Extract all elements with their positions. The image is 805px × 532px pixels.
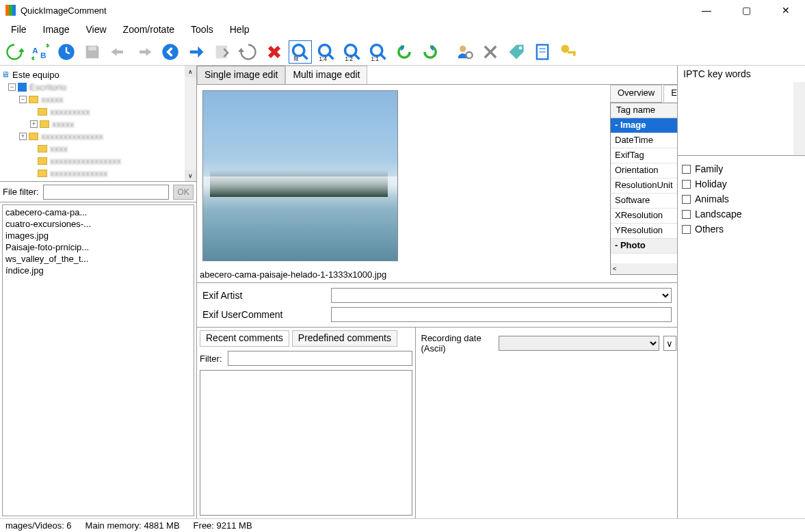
maximize-button[interactable]: ▢ [733, 5, 760, 16]
menu-tools[interactable]: Tools [183, 21, 222, 38]
table-row[interactable]: - Photo [611, 239, 678, 254]
user-settings-icon[interactable] [453, 40, 476, 64]
tab-single-edit[interactable]: Single image edit [197, 66, 285, 84]
metadata-table: Tag nameValue - ImageDateTime2019-04-09T… [610, 103, 678, 275]
document-icon[interactable] [531, 40, 554, 64]
recording-date-more-button[interactable]: ∨ [663, 336, 676, 351]
tree-root[interactable]: Este equipo [12, 70, 60, 80]
comments-textarea[interactable] [200, 370, 412, 516]
undo-icon[interactable] [107, 40, 130, 64]
tools-icon[interactable] [479, 40, 502, 64]
table-row[interactable]: - Image [611, 118, 678, 133]
table-row[interactable]: DateTime2019-04-09T16:01:54+02:00 [611, 133, 678, 148]
svg-line-16 [381, 54, 386, 59]
svg-point-20 [519, 46, 523, 49]
menu-view[interactable]: View [77, 21, 114, 38]
menu-zoom-rotate[interactable]: Zoom/rotate [115, 21, 183, 38]
iptc-keywords-title: IPTC key words [678, 66, 805, 82]
list-item[interactable]: ws_valley_of_the_t... [4, 253, 192, 265]
delete-icon[interactable] [263, 40, 286, 64]
comment-filter-input[interactable] [228, 351, 412, 366]
table-row[interactable]: SoftwareAdobe Photoshop CC 2019 (Windo [611, 194, 678, 209]
file-filter-ok[interactable]: OK [173, 185, 194, 200]
zoom-fit-icon[interactable]: fit [289, 40, 312, 64]
menu-help[interactable]: Help [222, 21, 258, 38]
checkbox-others[interactable] [682, 225, 691, 234]
app-icon [5, 5, 16, 16]
rotate-right-icon[interactable] [419, 40, 442, 64]
svg-line-7 [303, 54, 308, 59]
svg-rect-5 [216, 45, 227, 58]
recording-date-select[interactable] [499, 336, 659, 351]
refresh-icon[interactable] [3, 40, 26, 64]
menu-bar: File Image View Zoom/rotate Tools Help [0, 21, 805, 38]
svg-point-18 [460, 45, 466, 51]
checkbox-holiday[interactable] [682, 180, 691, 189]
list-item[interactable]: cabecero-cama-pa... [4, 207, 192, 218]
exif-artist-label: Exif Artist [202, 290, 326, 301]
menu-image[interactable]: Image [35, 21, 78, 38]
current-filename: abecero-cama-paisaje-helado-1-1333x1000.… [200, 269, 386, 280]
tab-exif[interactable]: Exif [663, 85, 678, 103]
exif-usercomment-input[interactable] [331, 307, 672, 322]
redo-icon[interactable] [133, 40, 156, 64]
tab-overview[interactable]: Overview [610, 85, 662, 103]
svg-text:1:1: 1:1 [371, 55, 380, 61]
file-filter-input[interactable] [43, 185, 169, 200]
list-item[interactable]: images.jpg [4, 230, 192, 241]
svg-text:B: B [40, 51, 46, 59]
minimize-button[interactable]: — [693, 5, 720, 16]
folder-tree[interactable]: ∧∨ 🖥Este equipo −Escritorio −xxxxx xxxxx… [0, 66, 196, 182]
status-free: Free: 9211 MB [194, 520, 252, 531]
ab-convert-icon[interactable]: AB [29, 40, 52, 64]
table-row[interactable]: ResolutionUnitinch [2] [611, 178, 678, 194]
save-icon[interactable] [81, 40, 104, 64]
file-list[interactable]: cabecero-cama-pa... cuatro-excursiones-.… [2, 204, 194, 516]
status-count: mages/Videos: 6 [5, 520, 72, 531]
rotate-left-icon[interactable] [393, 40, 416, 64]
forward-icon[interactable] [185, 40, 208, 64]
svg-point-15 [371, 44, 382, 55]
tab-recent-comments[interactable]: Recent comments [200, 330, 289, 347]
status-bar: mages/Videos: 6 Main memory: 4881 MB Fre… [0, 518, 805, 532]
key-icon[interactable] [557, 40, 580, 64]
table-row[interactable]: XResolution72 [72/1] [611, 209, 678, 224]
close-button[interactable]: ✕ [772, 5, 800, 16]
table-row[interactable]: ExifTag174 [611, 148, 678, 163]
svg-text:1:2: 1:2 [345, 55, 354, 61]
export-icon[interactable] [211, 40, 234, 64]
svg-text:1:4: 1:4 [319, 55, 328, 61]
svg-rect-26 [573, 51, 576, 55]
list-item[interactable]: Paisaje-foto-prnicip... [4, 241, 192, 253]
svg-text:fit: fit [294, 55, 299, 61]
rotate-icon[interactable] [237, 40, 260, 64]
checkbox-animals[interactable] [682, 195, 691, 204]
list-item[interactable]: índice.jpg [4, 265, 192, 276]
clock-icon[interactable] [55, 40, 78, 64]
table-row[interactable]: YResolution72 [72/1] [611, 224, 678, 239]
menu-file[interactable]: File [3, 21, 35, 38]
tag-icon[interactable] [505, 40, 528, 64]
checkbox-family[interactable] [682, 165, 691, 174]
tab-predefined-comments[interactable]: Predefined comments [292, 330, 397, 347]
app-title: QuickImageComment [21, 5, 693, 16]
tree-scrollbar[interactable]: ∧∨ [185, 66, 196, 181]
checkbox-landscape[interactable] [682, 210, 691, 219]
zoom-1-4-icon[interactable]: 1:4 [315, 40, 338, 64]
svg-line-13 [355, 54, 360, 59]
zoom-1-2-icon[interactable]: 1:2 [341, 40, 364, 64]
list-item[interactable]: cuatro-excursiones-... [4, 218, 192, 230]
svg-line-10 [329, 54, 334, 59]
tab-multi-edit[interactable]: Multi image edit [285, 66, 367, 84]
zoom-1-1-icon[interactable]: 1:1 [367, 40, 390, 64]
svg-point-4 [162, 44, 178, 59]
comment-filter-label: Filter: [200, 354, 222, 364]
metadata-scrollbar-h[interactable]: <> [611, 263, 678, 274]
back-icon[interactable] [159, 40, 182, 64]
keyword-list: Family Holiday Animals Landscape Others [678, 156, 805, 518]
keywords-scrollbar[interactable] [793, 82, 805, 155]
svg-point-12 [345, 44, 356, 55]
svg-point-6 [293, 44, 304, 55]
table-row[interactable]: Orientationtop, left (-/-) [1] [611, 163, 678, 178]
exif-artist-select[interactable] [331, 288, 672, 303]
